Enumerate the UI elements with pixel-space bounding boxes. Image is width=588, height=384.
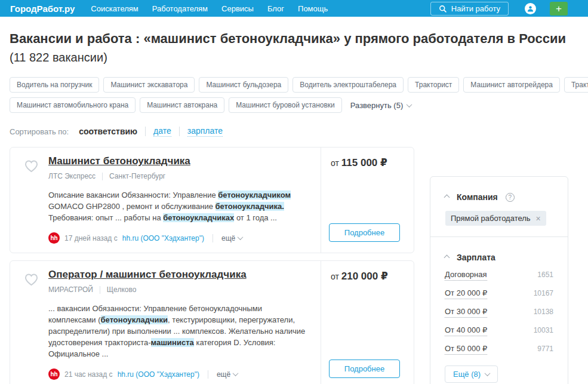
description-text: бетоноукладчики xyxy=(101,315,168,324)
close-icon[interactable]: × xyxy=(536,214,541,223)
salary-filter-count: 10031 xyxy=(534,326,553,334)
job-card-footer: hh 17 дней назад с hh.ru (ООО "Хэдхантер… xyxy=(48,232,310,244)
filter-section-header[interactable]: Зарплата xyxy=(445,253,553,262)
nav-menu-item[interactable]: Блог xyxy=(267,4,284,13)
more-actions-label: ещё xyxy=(217,370,230,379)
related-query-chip[interactable]: Водитель на погрузчик xyxy=(10,77,99,93)
more-actions-label: ещё xyxy=(221,234,235,242)
salary-value: 115 000 ₽ xyxy=(341,157,387,168)
salary-filter-link[interactable]: Договорная xyxy=(445,270,487,281)
related-queries: Водитель на погрузчикМашинист экскаватор… xyxy=(10,77,588,113)
job-title-link[interactable]: Оператор / машинист бетоноукладчика xyxy=(48,269,247,281)
chevron-up-icon xyxy=(444,254,450,260)
salary: от 115 000 ₽ xyxy=(331,156,404,169)
chevron-down-icon xyxy=(407,102,412,107)
salary-filter-link[interactable]: От 20 000 ₽ xyxy=(445,288,487,299)
salary-filter-link[interactable]: От 40 000 ₽ xyxy=(445,325,487,336)
job-description: ... вакансии Обязанности: Управление бет… xyxy=(48,303,310,360)
posted-ago: 17 дней назад с xyxy=(64,234,118,242)
nav-menu-item[interactable]: Сервисы xyxy=(221,4,254,13)
job-title-link[interactable]: Машинист бетоноукладчика xyxy=(48,155,190,167)
active-filter-chip: Прямой работодатель × xyxy=(445,211,546,226)
expand-queries-link[interactable]: Развернуть (5) xyxy=(350,101,411,110)
more-actions[interactable]: ещё xyxy=(217,370,238,379)
salary-value: 210 000 ₽ xyxy=(341,271,388,282)
navbar-menu: СоискателямРаботодателямСервисыБлогПомощ… xyxy=(91,4,341,13)
description-text: Требования: опыт ... работы на xyxy=(48,213,163,222)
nav-menu-item[interactable]: Помощь xyxy=(298,4,328,13)
navbar: ГородРабот.ру СоискателямРаботодателямСе… xyxy=(0,0,588,17)
favorite-button[interactable] xyxy=(10,261,48,384)
related-query-chip[interactable]: Тракторист-машинист xyxy=(564,77,588,93)
source-link[interactable]: hh.ru (ООО "Хэдхантер") xyxy=(122,234,204,242)
divider xyxy=(213,234,213,242)
salary-filter-row: От 30 000 ₽10138 xyxy=(445,307,553,318)
show-more-filters-button[interactable]: Ещё (8) xyxy=(445,365,498,383)
sort-option-selected[interactable]: соответствию xyxy=(79,127,137,136)
related-query-chip[interactable]: Машинист буровой установки xyxy=(229,97,342,113)
divider xyxy=(145,127,146,136)
divider xyxy=(100,286,100,294)
site-logo[interactable]: ГородРабот.ру xyxy=(10,4,75,14)
find-job-label: Найти работу xyxy=(451,4,500,13)
description-text: машиниста xyxy=(151,338,194,347)
source-link[interactable]: hh.ru (ООО "Хэдхантер") xyxy=(118,370,199,379)
filter-section-header[interactable]: Компания ? xyxy=(445,192,553,202)
account-button[interactable] xyxy=(525,3,536,14)
chevron-up-icon xyxy=(444,194,450,200)
nav-menu-item[interactable]: Соискателям xyxy=(91,4,138,13)
job-description: Описание вакансии Обязанности: Управлени… xyxy=(48,189,310,223)
salary-filter-count: 10167 xyxy=(534,289,553,297)
related-query-chip[interactable]: Тракторист xyxy=(408,77,459,93)
chips-row-2: Машинист автомобильного кранаМашинист ав… xyxy=(10,97,588,113)
job-card-main: Оператор / машинист бетоноукладчика МИРА… xyxy=(10,261,321,384)
chevron-down-icon xyxy=(238,234,244,240)
job-card-footer: hh 21 час назад с hh.ru (ООО "Хэдхантер"… xyxy=(48,368,310,380)
company-name: МИРАСТРОЙ xyxy=(48,285,93,294)
chevron-down-icon xyxy=(485,370,491,376)
posted-ago: 21 час назад с xyxy=(64,370,113,379)
job-card: Машинист бетоноукладчика ЛТС Экспресс Са… xyxy=(10,147,414,253)
heart-icon xyxy=(24,160,38,173)
city-name: Щелково xyxy=(107,285,137,294)
salary: от 210 000 ₽ xyxy=(331,270,404,282)
page-content: Вакансии и работа : «машинист бетоноукла… xyxy=(0,28,588,384)
job-card-body: Машинист бетоноукладчика ЛТС Экспресс Са… xyxy=(48,148,321,253)
find-job-button[interactable]: Найти работу xyxy=(430,2,509,16)
hh-source-icon: hh xyxy=(48,232,60,244)
divider xyxy=(208,370,208,379)
job-meta: МИРАСТРОЙ Щелково xyxy=(48,285,310,294)
help-icon[interactable]: ? xyxy=(506,193,515,202)
favorite-button[interactable] xyxy=(10,148,48,253)
add-vacancy-button[interactable]: + xyxy=(550,2,568,16)
salary-filter-count: 1651 xyxy=(537,271,553,279)
sort-option[interactable]: зарплате xyxy=(187,126,223,137)
related-query-chip[interactable]: Машинист бульдозера xyxy=(199,77,288,93)
sort-row: Сортировать по: соответствию датезарплат… xyxy=(10,126,588,137)
related-query-chip[interactable]: Машинист автомобильного крана xyxy=(10,97,136,113)
details-button[interactable]: Подробнее xyxy=(329,223,400,242)
sort-label: Сортировать по: xyxy=(10,127,69,136)
filter-section-title: Компания xyxy=(457,192,498,202)
active-filter-label: Прямой работодатель xyxy=(451,214,531,223)
related-query-chip[interactable]: Водитель электроштабелера xyxy=(293,77,404,93)
filters-sidebar: Компания ? Прямой работодатель × Зарплат… xyxy=(430,176,568,384)
nav-menu-item[interactable]: Работодателям xyxy=(152,4,208,13)
description-text: бетоноукладчиках xyxy=(163,213,234,222)
related-query-chip[interactable]: Машинист автогрейдера xyxy=(463,77,560,93)
salary-filter-link[interactable]: От 30 000 ₽ xyxy=(445,307,487,318)
description-text: бетоноукладчиком xyxy=(218,191,291,199)
salary-filter-row: От 50 000 ₽9771 xyxy=(445,344,553,355)
related-query-chip[interactable]: Машинист автокрана xyxy=(140,97,224,113)
salary-filter-link[interactable]: От 50 000 ₽ xyxy=(445,344,487,355)
description-text: GOMACO GHP2800 , ремонт и обслуживание xyxy=(48,202,216,211)
filter-section-salary: Зарплата Договорная1651От 20 000 ₽10167О… xyxy=(430,237,568,384)
sort-option[interactable]: дате xyxy=(153,126,171,137)
description-text: бетоноукладчика. xyxy=(216,202,284,211)
salary-filter-list: Договорная1651От 20 000 ₽10167От 30 000 … xyxy=(445,270,553,355)
more-actions[interactable]: ещё xyxy=(221,234,242,242)
salary-filter-row: От 40 000 ₽10031 xyxy=(445,325,553,336)
related-query-chip[interactable]: Машинист экскаватора xyxy=(103,77,195,93)
company-name: ЛТС Экспресс xyxy=(48,172,96,180)
details-button[interactable]: Подробнее xyxy=(329,360,400,378)
